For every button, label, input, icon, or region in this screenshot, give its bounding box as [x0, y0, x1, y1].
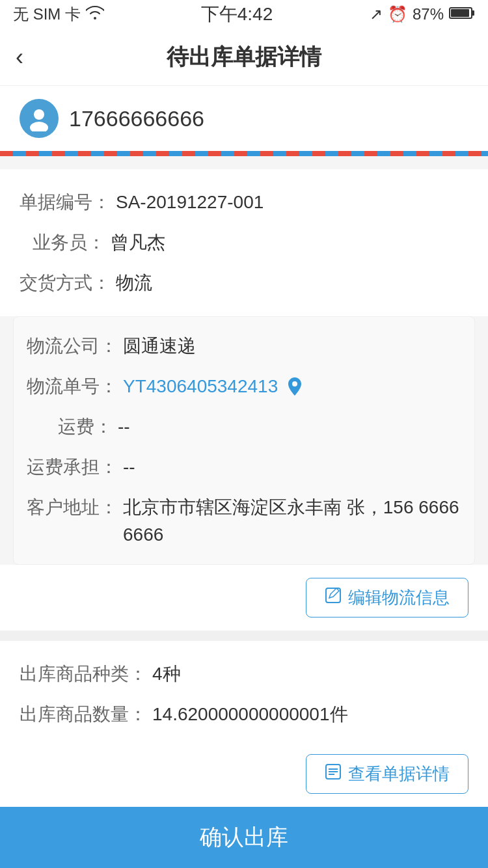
salesman-row: 业务员： 曾凡杰 [20, 229, 468, 256]
salesman-value: 曾凡杰 [111, 229, 468, 256]
logistics-company-value: 圆通速递 [123, 332, 461, 360]
document-icon [325, 763, 342, 785]
back-button[interactable]: ‹ [16, 44, 23, 71]
document-number-label: 单据编号： [20, 189, 116, 216]
status-right: ↗ ⏰ 87% [370, 5, 475, 23]
edit-logistics-label: 编辑物流信息 [348, 586, 450, 609]
delivery-method-row: 交货方式： 物流 [20, 269, 468, 297]
tracking-number-label: 物流单号： [27, 373, 123, 400]
status-left: 无 SIM 卡 [13, 4, 104, 25]
edit-logistics-button[interactable]: 编辑物流信息 [306, 578, 468, 617]
svg-point-3 [34, 109, 44, 120]
svg-point-4 [30, 122, 48, 131]
confirm-area: 确认出库 [0, 807, 488, 868]
address-label: 客户地址： [27, 494, 123, 521]
salesman-label: 业务员： [20, 229, 111, 256]
location-pin-icon[interactable] [284, 376, 305, 397]
freight-value: -- [118, 413, 461, 441]
battery-icon [449, 5, 475, 23]
status-time: 下午4:42 [201, 2, 273, 27]
view-detail-row: 查看单据详情 [0, 741, 488, 807]
delivery-method-label: 交货方式： [20, 269, 116, 297]
logistics-company-label: 物流公司： [27, 332, 123, 360]
nav-bar: ‹ 待出库单据详情 [0, 29, 488, 86]
user-header: 17666666666 [0, 86, 488, 151]
tracking-number-row: 物流单号： YT43064053424​13 [27, 373, 461, 400]
confirm-button[interactable]: 确认出库 [200, 822, 288, 852]
dashed-divider [0, 151, 488, 156]
section-separator [0, 631, 488, 641]
goods-type-label: 出库商品种类： [20, 660, 152, 688]
view-detail-label: 查看单据详情 [348, 763, 450, 785]
edit-logistics-row: 编辑物流信息 [0, 565, 488, 631]
wifi-icon [86, 5, 104, 23]
svg-rect-1 [451, 9, 469, 17]
carrier-text: 无 SIM 卡 [13, 4, 81, 25]
alarm-icon: ⏰ [388, 5, 407, 23]
address-row: 客户地址： 北京市市辖区海淀区永丰南 张，156 6666 6666 [27, 494, 461, 549]
view-detail-button[interactable]: 查看单据详情 [306, 754, 468, 794]
edit-icon [325, 587, 342, 608]
freight-bearer-label: 运费承担： [27, 454, 123, 481]
freight-row: 运费： -- [27, 413, 461, 441]
goods-type-value: 4种 [152, 660, 468, 688]
svg-rect-2 [472, 10, 474, 16]
logistics-card: 物流公司： 圆通速递 物流单号： YT43064053424​13 运费： --… [13, 316, 475, 565]
freight-bearer-row: 运费承担： -- [27, 454, 461, 481]
freight-label: 运费： [27, 413, 118, 441]
logistics-company-row: 物流公司： 圆通速递 [27, 332, 461, 360]
tracking-number-value: YT43064053424​13 [123, 373, 461, 400]
user-phone: 17666666666 [69, 106, 204, 131]
freight-bearer-value: -- [123, 454, 461, 481]
delivery-method-value: 物流 [116, 269, 468, 297]
document-number-row: 单据编号： SA-20191227-001 [20, 189, 468, 216]
avatar [20, 99, 59, 138]
address-value: 北京市市辖区海淀区永丰南 张，156 6666 6666 [123, 494, 461, 549]
document-number-value: SA-20191227-001 [116, 189, 468, 216]
battery-text: 87% [413, 5, 444, 23]
goods-section: 出库商品种类： 4种 出库商品数量： 14.620000000000001件 [0, 641, 488, 741]
status-bar: 无 SIM 卡 下午4:42 ↗ ⏰ 87% [0, 0, 488, 29]
goods-quantity-row: 出库商品数量： 14.620000000000001件 [20, 701, 468, 728]
location-icon: ↗ [370, 5, 383, 23]
goods-quantity-value: 14.620000000000001件 [152, 701, 468, 728]
document-info-section: 单据编号： SA-20191227-001 业务员： 曾凡杰 交货方式： 物流 [0, 169, 488, 316]
page-title: 待出库单据详情 [167, 42, 321, 72]
goods-quantity-label: 出库商品数量： [20, 701, 152, 728]
goods-type-row: 出库商品种类： 4种 [20, 660, 468, 688]
